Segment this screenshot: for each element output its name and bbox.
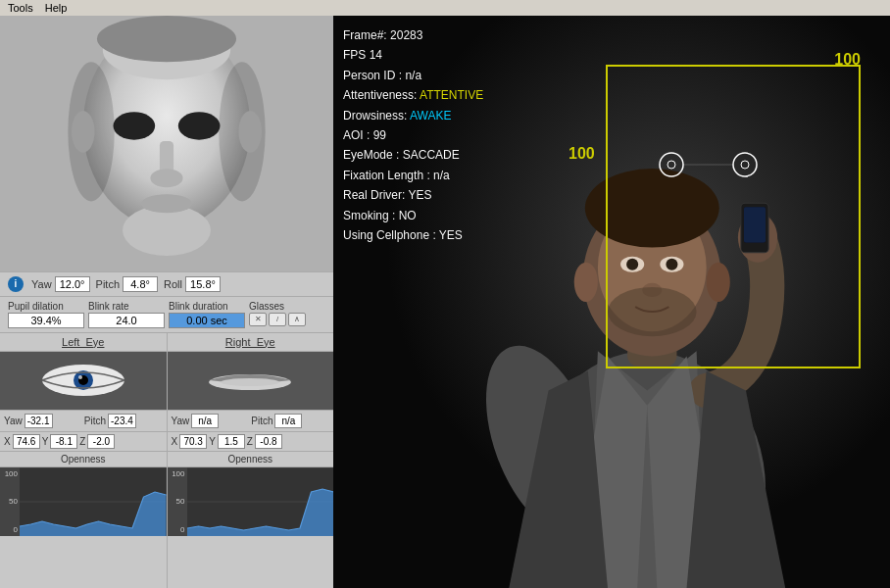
realdriver-value: YES	[408, 188, 431, 202]
aoi-value: 99	[373, 128, 386, 142]
svg-point-6	[150, 169, 182, 187]
person-line: Person ID : n/a	[343, 66, 483, 85]
right-eye-xyz: X 70.3 Y 1.5 Z -0.8	[168, 432, 334, 452]
svg-point-3	[114, 112, 156, 139]
right-eye-panel: Right_Eye Yaw n/a	[168, 333, 334, 589]
smoking-value: NO	[399, 209, 417, 222]
main-content: i Yaw 12.0° Pitch 4.8° Roll 15.8° Pupil …	[0, 16, 890, 588]
left-chart-0: 0	[0, 525, 20, 534]
overlay-info: Frame#: 20283 FPS 14 Person ID : n/a Att…	[343, 25, 483, 245]
eyemode-value: SACCADE	[403, 148, 460, 162]
glasses-group: Glasses ✕ / ∧	[249, 301, 325, 328]
left-eye-xyz: X 74.6 Y -8.1 Z -2.0	[0, 432, 167, 452]
right-eye-coords: Yaw n/a Pitch n/a	[168, 411, 334, 432]
menu-bar: Tools Help	[0, 0, 890, 16]
drowsiness-label: Drowsiness:	[343, 109, 407, 122]
left-z-label: Z	[79, 436, 85, 447]
yaw-label: Yaw	[31, 278, 52, 290]
svg-point-12	[97, 16, 236, 62]
cellphone-label: Using Cellphone :	[343, 228, 436, 242]
right-x-value: 70.3	[179, 434, 207, 449]
info-bar: i Yaw 12.0° Pitch 4.8° Roll 15.8°	[0, 271, 333, 297]
right-openness-header: Openness	[168, 452, 334, 467]
right-eye-image	[168, 352, 334, 411]
fps-label: FPS	[343, 48, 366, 62]
aoi-line: AOI : 99	[343, 125, 483, 145]
cellphone-value: YES	[439, 228, 463, 242]
left-z-value: -2.0	[87, 434, 115, 449]
right-chart-50: 50	[168, 497, 187, 506]
right-chart-canvas	[187, 467, 334, 536]
blink-dur-value: 0.00 sec	[169, 313, 245, 328]
left-eye-header: Left_Eye	[0, 333, 167, 352]
drowsiness-value: AWAKE	[410, 109, 451, 122]
right-yaw-label: Yaw	[172, 416, 190, 426]
score-top-right: 100	[834, 51, 861, 69]
blink-dur-label: Blink duration	[169, 301, 245, 312]
right-chart-svg	[187, 467, 334, 536]
roll-label: Roll	[164, 278, 182, 290]
left-eye-image	[0, 352, 167, 411]
left-openness-section: Openness 100 50 0	[0, 452, 167, 536]
pupil-group: Pupil dilation 39.4%	[8, 301, 84, 328]
yaw-group: Yaw 12.0°	[31, 276, 90, 292]
blink-rate-label: Blink rate	[88, 301, 165, 312]
left-eye-panel: Left_Eye	[0, 333, 168, 589]
left-yaw-value: -32.1	[25, 414, 53, 428]
eyemode-line: EyeMode : SACCADE	[343, 145, 483, 165]
help-menu[interactable]: Help	[45, 2, 68, 14]
cellphone-line: Using Cellphone : YES	[343, 225, 483, 245]
left-openness-chart: 100 50 0	[0, 467, 167, 536]
aoi-label: AOI :	[343, 128, 370, 142]
left-openness-header: Openness	[0, 452, 167, 467]
glasses-x-btn[interactable]: ✕	[249, 313, 267, 326]
blink-rate-value: 24.0	[88, 313, 165, 328]
left-panel: i Yaw 12.0° Pitch 4.8° Roll 15.8° Pupil …	[0, 16, 333, 588]
fps-line: FPS 14	[343, 45, 483, 65]
yaw-value: 12.0°	[55, 276, 90, 292]
roll-group: Roll 15.8°	[164, 276, 221, 292]
right-pitch-label: Pitch	[251, 416, 272, 426]
frame-line: Frame#: 20283	[343, 25, 483, 45]
pitch-label: Pitch	[96, 278, 120, 290]
attentiveness-label: Attentiveness:	[343, 88, 417, 102]
pitch-group: Pitch 4.8°	[96, 276, 158, 292]
right-chart-labels: 100 50 0	[168, 467, 187, 536]
frame-label: Frame#:	[343, 28, 387, 42]
right-panel: Frame#: 20283 FPS 14 Person ID : n/a Att…	[333, 16, 890, 588]
right-openness-chart: 100 50 0	[168, 467, 334, 536]
pupil-label: Pupil dilation	[8, 301, 84, 312]
glasses-icons: ✕ / ∧	[249, 313, 325, 326]
right-pitch-value: n/a	[274, 414, 302, 428]
left-eye-svg	[34, 359, 132, 403]
right-eye-svg	[201, 359, 299, 403]
blink-rate-group: Blink rate 24.0	[88, 301, 165, 328]
glasses-check-btn[interactable]: ∧	[288, 313, 306, 326]
left-pitch-group: Pitch -23.4	[84, 414, 163, 428]
left-x-value: 74.6	[13, 434, 40, 449]
right-yaw-group: Yaw n/a	[172, 414, 250, 428]
smoking-label: Smoking :	[343, 209, 395, 222]
face-model-area	[0, 16, 333, 271]
glasses-label: Glasses	[249, 301, 325, 312]
right-eye-header: Right_Eye	[168, 333, 334, 352]
left-eye-coords: Yaw -32.1 Pitch -23.4	[0, 411, 167, 432]
svg-point-4	[178, 112, 221, 139]
svg-point-16	[78, 375, 82, 379]
roll-value: 15.8°	[185, 276, 221, 292]
tools-menu[interactable]: Tools	[8, 2, 33, 14]
camera-bg: Frame#: 20283 FPS 14 Person ID : n/a Att…	[333, 16, 890, 588]
right-z-value: -0.8	[255, 434, 282, 449]
left-y-label: Y	[42, 436, 49, 447]
left-pitch-value: -23.4	[108, 414, 136, 428]
left-yaw-label: Yaw	[4, 416, 23, 426]
svg-point-55	[668, 161, 675, 169]
left-chart-labels: 100 50 0	[0, 467, 20, 536]
pupil-value: 39.4%	[8, 313, 84, 328]
right-yaw-value: n/a	[191, 414, 219, 428]
smoking-line: Smoking : NO	[343, 206, 483, 225]
right-y-label: Y	[209, 436, 216, 447]
pitch-value: 4.8°	[123, 276, 158, 292]
fixation-value: n/a	[433, 169, 450, 182]
glasses-slash-btn[interactable]: /	[269, 313, 286, 326]
